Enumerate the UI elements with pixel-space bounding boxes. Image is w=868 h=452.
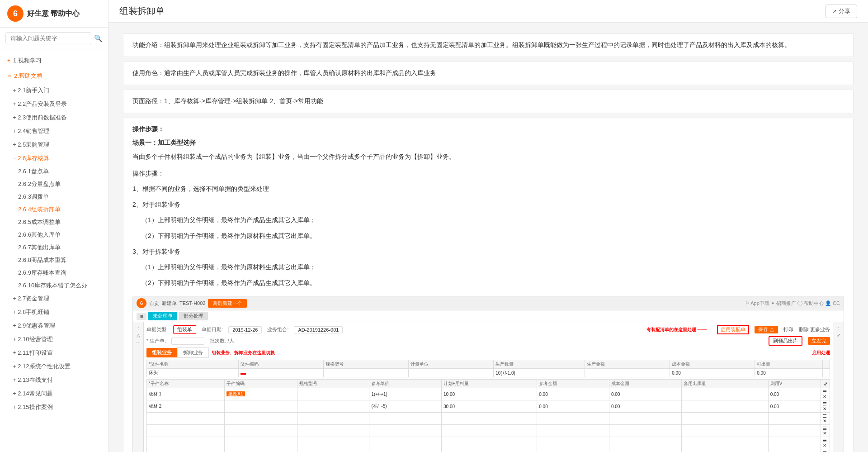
sidebar-item-cases[interactable]: + 2.15操作案例	[0, 400, 108, 414]
th-cost-amt: 成本金额	[670, 360, 755, 369]
sub-steps-3: （1）上部明细为父件明细，最终作为原材料生成其它出库单； （2）下部明细为子件明…	[132, 261, 844, 289]
table-row: ☰ ✕	[147, 425, 830, 437]
th-cost-amt2: 成本金额	[609, 380, 681, 388]
sim-label-num: * 生产单:	[146, 338, 166, 344]
screenshot-container: 6 自贡 新建单 TEST-H002 调剂新建一个 ⚐ App下载 ✦ 招商推广…	[132, 296, 844, 452]
sim-right-icon-2: ⤢	[837, 333, 840, 338]
sim-right-icon-1: ⋮	[836, 325, 841, 330]
sim-btn-config[interactable]: 启用装配单	[717, 325, 749, 334]
th-parent-name: *父件名称	[147, 360, 239, 369]
sidebar-item-install[interactable]: + 2.2产品安装及登录	[0, 97, 108, 111]
expand-icon-2-12: +	[13, 363, 18, 370]
sim-icon-3: ⋯	[136, 340, 141, 345]
sim-nav-home: 自贡	[149, 300, 159, 307]
td-spec	[324, 369, 409, 377]
sidebar-item-video[interactable]: + 1.视频学习	[0, 53, 108, 68]
sim-field-annotated[interactable]: 到领品出库	[769, 336, 802, 346]
sim-nav-new: 新建单	[162, 300, 177, 307]
sidebar-item-docs[interactable]: − 2.帮助文档	[0, 68, 108, 84]
sidebar-item-2-6-5[interactable]: 2.6.5成本调整单	[0, 216, 108, 228]
sim-type-value[interactable]: 组装单	[173, 325, 196, 334]
sim-label-date: 单据日期:	[202, 326, 223, 333]
ops-title: 操作步骤：	[132, 125, 844, 133]
sim-tab-partial[interactable]: 部分处理	[179, 312, 208, 320]
share-button[interactable]: ↗ 分享	[826, 5, 857, 18]
sidebar-item-data-prep[interactable]: + 2.3使用前数据准备	[0, 111, 108, 124]
th-ref-price: 参考单价	[369, 380, 442, 388]
role-block: 使用角色：通常由生产人员或库管人员完成拆装业务的操作，库管人员确认原材料的出库和…	[123, 62, 854, 85]
sidebar-item-purchase[interactable]: + 2.5采购管理	[0, 138, 108, 152]
step3: 3、对于拆装业务	[132, 246, 844, 258]
page-title: 组装拆卸单	[119, 5, 165, 17]
sidebar-item-inventory[interactable]: − 2.6库存核算	[0, 152, 108, 165]
sidebar-item-ops[interactable]: + 2.10经营管理	[0, 333, 108, 346]
sim-biz-value[interactable]: AD-20191226-001	[294, 326, 343, 333]
sim-logo: 6	[137, 298, 146, 308]
share-icon: ↗	[832, 8, 837, 14]
ops-block: 操作步骤： 场景一：加工类型选择 当由多个子件材料组装成一个成品的业务为【组装】…	[123, 118, 854, 452]
sim-tab-assemble[interactable]: 组装业务	[146, 348, 177, 357]
sidebar-item-2-6-8[interactable]: 2.6.8商品成本重算	[0, 254, 108, 266]
sim-num-value[interactable]	[171, 338, 204, 345]
sidebar-item-custom[interactable]: + 2.12系统个性化设置	[0, 360, 108, 373]
expand-icon-2-4: +	[13, 128, 18, 134]
annotation-3-text: 组装业务、拆卸业务在这里切换	[212, 350, 275, 356]
sim-date-value[interactable]: 2019-12-26	[228, 326, 262, 333]
sidebar-item-print[interactable]: + 2.11打印设置	[0, 346, 108, 360]
sidebar-item-2-6-7[interactable]: 2.6.7其他出库单	[0, 241, 108, 254]
expand-icon-2-9: +	[13, 322, 18, 329]
sidebar-item-finance[interactable]: + 2.7资金管理	[0, 292, 108, 305]
th-prod-qty: 生产数量	[494, 360, 585, 369]
sidebar-item-2-6-2[interactable]: 2.6.2分量盘点单	[0, 178, 108, 190]
sim-sub-bar: ≡ 未处理单 部分处理	[133, 310, 844, 322]
step1: 1、根据不同的业务，选择不同单据的类型来处理	[132, 183, 844, 195]
sidebar-item-coupon[interactable]: + 2.9优惠券管理	[0, 319, 108, 333]
th-child-code: 子件编码	[225, 380, 297, 388]
search-input[interactable]	[5, 32, 91, 44]
nav-items: + 1.视频学习 − 2.帮助文档 + 2.1新手入门 + 2.2产品安装及登录…	[0, 49, 108, 452]
th-child-spec: 规格型号	[297, 380, 369, 388]
th-child-name: *子件名称	[147, 380, 225, 388]
sub-step-2-2: （2）下部明细为子件明细，最终作为原材料生成其它出库单。	[142, 230, 844, 242]
ops-steps-label: 操作步骤：	[132, 167, 844, 180]
th-expand: ⤢	[821, 380, 830, 388]
sidebar-item-2-6-10[interactable]: 2.6.10库存账本错了怎么办	[0, 279, 108, 292]
sidebar-item-2-6-1[interactable]: 2.6.1盘点单	[0, 165, 108, 178]
td-prod-amt	[585, 369, 670, 377]
sim-tab-active[interactable]: 未处理单	[148, 312, 177, 320]
logo-text: 好生意 帮助中心	[27, 9, 80, 19]
expand-icon-2-11: +	[13, 349, 18, 356]
sim-ok-btn[interactable]: 立发完	[808, 337, 830, 345]
td-avail: 0.00	[755, 369, 823, 377]
sim-badge: 批改A1	[226, 391, 245, 396]
intro-text: 功能介绍：组装拆卸单用来处理企业组装或拆卸等加工业务，支持有固定装配清单的产品加…	[132, 41, 844, 49]
sim-btn-new[interactable]: 调剂新建一个	[208, 299, 247, 308]
expand-icon-2-5: +	[13, 141, 18, 148]
sidebar-item-faq[interactable]: + 2.14常见问题	[0, 387, 108, 400]
sim-btn-save[interactable]: 保存 △	[755, 326, 778, 333]
sidebar-item-2-6-4[interactable]: 2.6.4组装拆卸单	[0, 203, 108, 216]
sidebar-item-newcomer[interactable]: + 2.1新手入门	[0, 84, 108, 97]
collapse-icon: −	[7, 72, 11, 80]
sim-left-nav: ≡	[137, 313, 146, 320]
sidebar-item-sales[interactable]: + 2.4销售管理	[0, 124, 108, 138]
th-avail: 可出量	[755, 360, 823, 369]
scenario1-title: 场景一：加工类型选择	[132, 139, 844, 147]
td-unit	[409, 369, 494, 377]
sim-tab-disassemble[interactable]: 拆卸业务	[177, 347, 209, 358]
expand-icon-2-10: +	[13, 336, 18, 343]
sidebar-item-2-6-9[interactable]: 2.6.9库存账本查询	[0, 266, 108, 279]
td-qty: 10(+/-1.0)	[494, 369, 585, 377]
table-row: 板材 1批改A11(+/-+1)10.000.000.000.00☰ ✕	[147, 388, 830, 400]
annotation-1: 有装配清单的在这里处理 ───→	[646, 327, 712, 333]
search-box: 🔍	[0, 28, 108, 49]
sidebar-item-mobile[interactable]: + 2.8手机旺铺	[0, 305, 108, 319]
sidebar-item-2-6-6[interactable]: 2.6.6其他入库单	[0, 228, 108, 241]
main-area: 组装拆卸单 ↗ 分享 功能介绍：组装拆卸单用来处理企业组装或拆卸等加工业务，支持…	[108, 0, 868, 452]
search-button[interactable]: 🔍	[94, 34, 103, 43]
sidebar-item-payment[interactable]: + 2.13在线支付	[0, 373, 108, 387]
sub-step-3-1: （1）上部明细为父件明细，最终作为原材料生成其它出库单；	[142, 261, 844, 273]
sidebar-item-2-6-3[interactable]: 2.6.3调拨单	[0, 190, 108, 203]
expand-icon-2-8: +	[13, 309, 18, 315]
sim-label-biz: 业务组合:	[267, 326, 288, 333]
